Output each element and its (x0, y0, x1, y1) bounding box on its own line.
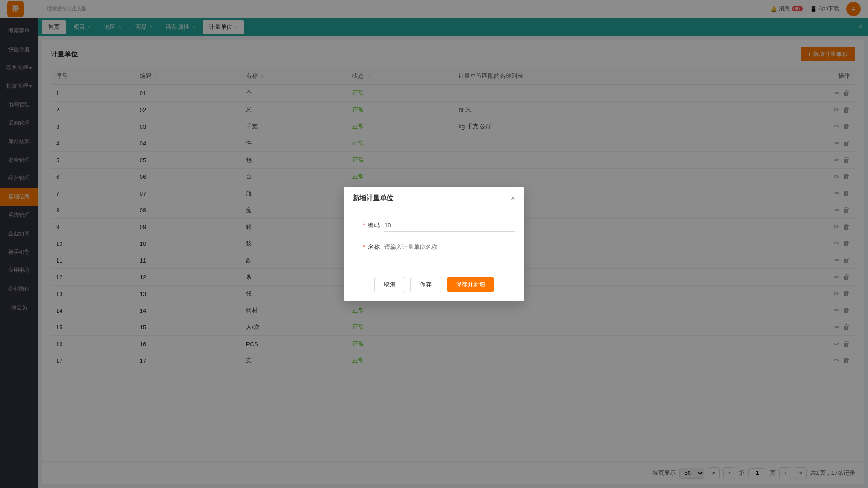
modal-title: 新增计量单位 (353, 194, 393, 202)
name-field-row: * 名称 (353, 241, 515, 253)
save-and-new-button[interactable]: 保存并新增 (447, 277, 494, 292)
modal-footer: 取消 保存 保存并新增 (344, 272, 524, 301)
required-mark: * (363, 222, 365, 229)
modal-body: * 编码 * 名称 (344, 208, 524, 272)
name-input[interactable] (384, 241, 515, 253)
modal-header: 新增计量单位 × (344, 187, 524, 208)
modal-overlay: 新增计量单位 × * 编码 * 名称 取消 保存 保存并新增 (0, 0, 868, 488)
modal-close-btn[interactable]: × (510, 194, 515, 202)
add-unit-modal: 新增计量单位 × * 编码 * 名称 取消 保存 保存并新增 (344, 187, 524, 301)
name-label: * 名称 (353, 243, 380, 251)
code-input[interactable] (384, 219, 515, 232)
save-button[interactable]: 保存 (410, 277, 441, 292)
code-field-row: * 编码 (353, 219, 515, 232)
required-mark: * (363, 244, 365, 250)
cancel-button[interactable]: 取消 (374, 277, 405, 292)
code-label: * 编码 (353, 221, 380, 230)
